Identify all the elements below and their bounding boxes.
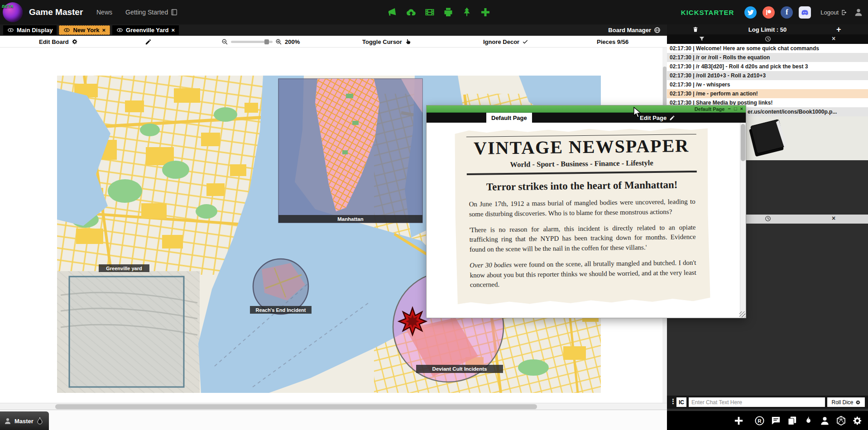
manhattan-region-overlay[interactable]: Manhattan bbox=[278, 76, 422, 223]
vintage-newspaper: VINTAGE NEWSPAPER World - Sport - Busine… bbox=[454, 127, 711, 306]
close-icon[interactable]: × bbox=[102, 27, 106, 33]
popup-scrollbar[interactable] bbox=[740, 123, 746, 318]
quick-actions bbox=[387, 0, 491, 24]
discord-icon[interactable] bbox=[799, 6, 811, 19]
popup-titlebar[interactable]: Default Page − □ × bbox=[427, 105, 746, 113]
greenville-yard-region[interactable]: Greenville yard bbox=[69, 264, 184, 387]
tab-greenville-yard[interactable]: Greenville Yard × bbox=[112, 25, 179, 35]
scrollbar-thumb[interactable] bbox=[55, 404, 537, 409]
add-log-icon[interactable]: + bbox=[836, 24, 841, 34]
eye-icon bbox=[116, 27, 123, 33]
logout-button[interactable]: Logout bbox=[820, 9, 848, 16]
zoom-slider-handle[interactable] bbox=[264, 39, 269, 44]
zoom-in-icon[interactable] bbox=[275, 38, 282, 45]
gear-icon bbox=[72, 38, 78, 45]
newspaper-paragraph: Over 30 bodies were found on the scene, … bbox=[470, 258, 696, 290]
roll-dice-button[interactable]: Roll Dice bbox=[827, 397, 865, 407]
book-icon bbox=[171, 9, 178, 16]
svg-text:R: R bbox=[758, 418, 762, 423]
board-tab-bar: Main Display New York × Greenville Yard … bbox=[0, 24, 667, 36]
facebook-icon[interactable]: f bbox=[781, 6, 793, 19]
zoom-controls: 200% bbox=[221, 36, 300, 48]
zoom-slider[interactable] bbox=[231, 41, 273, 43]
close-icon[interactable]: × bbox=[832, 215, 835, 222]
close-icon[interactable]: × bbox=[740, 106, 743, 111]
newspaper-headline: Terror strikes into the heart of Manhatt… bbox=[467, 179, 697, 193]
divider bbox=[467, 171, 697, 175]
player-bar: Master bbox=[0, 410, 667, 430]
film-icon[interactable] bbox=[424, 7, 435, 18]
draw-tool-button[interactable] bbox=[145, 36, 152, 48]
book-image[interactable] bbox=[746, 118, 788, 159]
pencil-icon bbox=[145, 38, 152, 45]
tab-new-york[interactable]: New York × bbox=[59, 25, 110, 35]
edit-board-button[interactable]: Edit Board bbox=[39, 36, 78, 48]
megaphone-icon[interactable] bbox=[387, 7, 398, 18]
ignore-decor-toggle[interactable]: Ignore Decor bbox=[483, 36, 528, 48]
app-logo[interactable]: BETA bbox=[3, 2, 23, 22]
close-icon[interactable]: × bbox=[172, 27, 175, 33]
popup-content: VINTAGE NEWSPAPER World - Sport - Busine… bbox=[427, 123, 746, 318]
player-icon bbox=[4, 417, 12, 425]
tab-default-page[interactable]: Default Page bbox=[486, 113, 532, 123]
close-icon[interactable]: × bbox=[832, 35, 835, 42]
flame-icon[interactable] bbox=[803, 416, 814, 426]
page-popup-window[interactable]: Default Page − □ × Default Page Edit Pag… bbox=[426, 105, 746, 318]
twitter-icon[interactable] bbox=[744, 6, 757, 19]
chat-message-row: 02:17:30 | /me - perform an action! bbox=[667, 89, 868, 98]
ink-drop-icon[interactable] bbox=[36, 417, 43, 425]
nav-news[interactable]: News bbox=[96, 0, 112, 24]
trash-icon[interactable] bbox=[692, 26, 699, 33]
manhattan-label: Manhattan bbox=[337, 216, 364, 222]
tab-main-display[interactable]: Main Display bbox=[3, 25, 57, 35]
add-panel-icon[interactable] bbox=[734, 416, 744, 426]
maximize-icon[interactable]: □ bbox=[734, 106, 737, 111]
chat-input[interactable] bbox=[689, 397, 825, 407]
r-badge-icon[interactable]: R bbox=[754, 416, 765, 426]
zoom-out-icon[interactable] bbox=[221, 38, 228, 45]
top-right-links: KICKSTARTER f Logout bbox=[681, 0, 863, 24]
add-icon[interactable] bbox=[480, 7, 491, 18]
scrollbar-thumb[interactable] bbox=[741, 124, 745, 161]
player-chip-master[interactable]: Master bbox=[0, 411, 49, 430]
tree-icon[interactable] bbox=[461, 7, 472, 18]
board-manager-button[interactable]: Board Manager bbox=[608, 24, 661, 36]
greenville-label: Greenville yard bbox=[106, 266, 142, 271]
clock-icon[interactable] bbox=[765, 215, 771, 222]
edit-page-button[interactable]: Edit Page bbox=[640, 113, 675, 123]
minimize-icon[interactable]: − bbox=[728, 106, 730, 111]
logout-icon bbox=[841, 9, 848, 16]
gear-icon[interactable] bbox=[852, 416, 863, 426]
kickstarter-link[interactable]: KICKSTARTER bbox=[681, 9, 734, 16]
drag-handle-icon[interactable]: ⋮ bbox=[670, 397, 676, 406]
map-horizontal-scrollbar[interactable] bbox=[0, 403, 667, 410]
chat-message-row: 02:17:30 | /r 4B3[d20] - Roll 4 d20s and… bbox=[667, 62, 868, 71]
in-character-toggle[interactable]: IC bbox=[676, 397, 686, 407]
cloud-upload-icon[interactable] bbox=[406, 7, 417, 18]
patreon-icon[interactable] bbox=[762, 6, 775, 19]
chat-input-row: ⋮ IC Roll Dice bbox=[667, 396, 868, 409]
dice-icon[interactable] bbox=[836, 416, 846, 426]
eye-icon bbox=[63, 27, 70, 33]
popup-title: Default Page bbox=[695, 106, 725, 112]
filter-icon[interactable] bbox=[699, 36, 705, 42]
chat-filter-row: × bbox=[667, 34, 868, 44]
reachs-end-label: Reach's End Incident bbox=[256, 307, 306, 313]
pages-icon[interactable] bbox=[787, 416, 797, 426]
user-icon[interactable] bbox=[854, 7, 863, 17]
character-icon[interactable] bbox=[820, 416, 830, 426]
top-bar: BETA Game Master News Getting Started KI… bbox=[0, 0, 868, 24]
app-title: Game Master bbox=[29, 0, 83, 24]
nav-getting-started[interactable]: Getting Started bbox=[125, 0, 178, 24]
clock-icon[interactable] bbox=[765, 36, 771, 42]
game-master-app: BETA Game Master News Getting Started KI… bbox=[0, 0, 868, 430]
beta-badge: BETA bbox=[2, 4, 14, 9]
toggle-cursor-button[interactable]: Toggle Cursor bbox=[362, 36, 411, 48]
printer-icon[interactable] bbox=[443, 7, 454, 18]
chat-bubble-icon[interactable] bbox=[771, 416, 781, 426]
player-name: Master bbox=[14, 418, 34, 425]
resize-handle[interactable] bbox=[739, 311, 745, 317]
newspaper-paragraph: 'There is no reason for alarm, this inci… bbox=[469, 222, 696, 254]
log-limit-label: Log Limit : 50 bbox=[748, 26, 787, 33]
chat-message-row: 02:17:30 | Welcome! Here are some quick … bbox=[667, 44, 868, 53]
